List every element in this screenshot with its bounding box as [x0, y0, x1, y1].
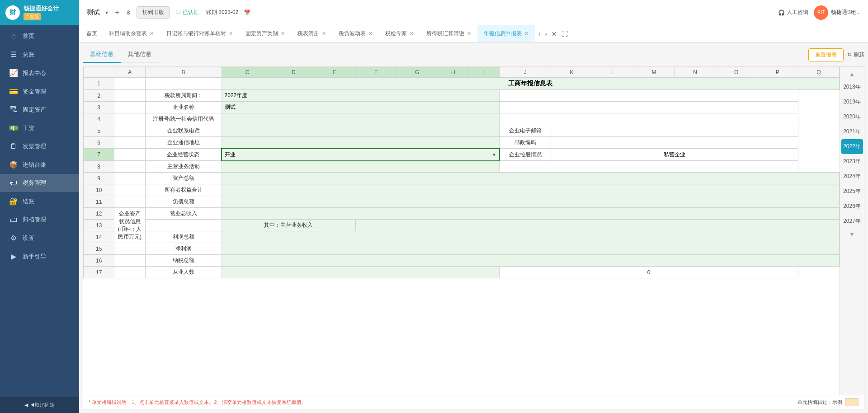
col-header-num	[84, 67, 114, 78]
col-header-I[interactable]: I	[469, 67, 500, 78]
subtab-other[interactable]: 其他信息	[121, 47, 159, 63]
topbar-settings-icon[interactable]: ⚙	[126, 9, 131, 16]
subtab-basic[interactable]: 基础信息	[83, 47, 121, 63]
tab-annual-report-close[interactable]: ✕	[524, 31, 528, 37]
sidebar-item-archive[interactable]: 🗃 归档管理	[0, 211, 79, 229]
tab-close-all-btn[interactable]: ✕	[550, 28, 559, 39]
refresh-btn[interactable]: ↻ 刷新	[847, 51, 864, 59]
col-header-K[interactable]: K	[551, 67, 592, 78]
year-item-2020[interactable]: 2020年	[841, 109, 863, 124]
tab-income-tax[interactable]: 所得税汇算清缴 ✕	[420, 25, 477, 43]
tab-expand-btn[interactable]: ⛶	[560, 28, 570, 39]
cert-icon: 🛡	[175, 9, 181, 16]
period-label: 账期 2023-02	[206, 9, 238, 16]
tab-prev-btn[interactable]: ‹	[537, 28, 542, 39]
tab-asset-type[interactable]: 固定资产类别 ✕	[239, 25, 291, 43]
year-item-2026[interactable]: 2026年	[841, 199, 863, 214]
subtab-bar: 基础信息 其他信息	[83, 47, 159, 63]
tab-tax-return-close[interactable]: ✕	[322, 31, 326, 37]
tab-journal[interactable]: 日记账与银行对账单核对 ✕	[160, 25, 239, 43]
sidebar-item-fund[interactable]: 💳 资金管理	[0, 82, 79, 101]
sidebar-item-settings[interactable]: ⚙ 设置	[0, 229, 79, 247]
spreadsheet-table-container[interactable]: A B C D E F G H I J	[83, 67, 840, 395]
fund-icon: 💳	[9, 87, 18, 96]
sidebar-item-report[interactable]: 📈 报表中心	[0, 64, 79, 82]
year-item-2022[interactable]: 2022年	[841, 139, 863, 154]
sidebar-item-closing[interactable]: 🔐 结账	[0, 192, 79, 211]
col-header-O[interactable]: O	[716, 67, 757, 78]
tab-journal-close[interactable]: ✕	[229, 31, 233, 37]
sidebar-item-tax[interactable]: 🏷 税务管理	[0, 174, 79, 192]
topbar-add-btn[interactable]: ＋	[113, 8, 121, 17]
tab-annual-report[interactable]: 年报信息申报表 ✕	[477, 25, 535, 43]
sidebar-item-guide[interactable]: ▶ 新手引导	[0, 247, 79, 266]
tab-tax-expert[interactable]: 税检专家 ✕	[379, 25, 420, 43]
col-header-A[interactable]: A	[114, 67, 145, 78]
col-header-M[interactable]: M	[633, 67, 675, 78]
table-row: 9 资产总额	[84, 173, 840, 184]
col-header-N[interactable]: N	[675, 67, 716, 78]
topbar-dropdown-icon[interactable]: ▾	[105, 9, 108, 16]
cell-title[interactable]: 工商年报信息表	[222, 78, 839, 90]
spreadsheet-inner: A B C D E F G H I J	[83, 67, 864, 395]
tab-aux[interactable]: 科目辅助余额表 ✕	[103, 25, 160, 43]
tax-icon: 🏷	[9, 179, 18, 187]
sidebar-item-ledger[interactable]: ☰ 总账	[0, 45, 79, 64]
col-header-G[interactable]: G	[396, 67, 438, 78]
collapse-icon: ◀	[24, 402, 28, 408]
example-cell	[845, 398, 859, 406]
sidebar-item-salary[interactable]: 💵 工资	[0, 119, 79, 137]
col-header-H[interactable]: H	[438, 67, 468, 78]
year-panel-up-btn[interactable]: ▲	[847, 69, 857, 80]
tab-tax-return[interactable]: 税表清册 ✕	[291, 25, 332, 43]
year-item-2027[interactable]: 2027年	[841, 214, 863, 229]
tab-tax-expert-close[interactable]: ✕	[410, 31, 414, 37]
col-header-D[interactable]: D	[273, 67, 314, 78]
calendar-icon[interactable]: 📅	[244, 9, 250, 16]
col-header-L[interactable]: L	[592, 67, 633, 78]
tab-aux-close[interactable]: ✕	[150, 31, 154, 37]
year-item-2025[interactable]: 2025年	[841, 184, 863, 199]
tab-tax-wave[interactable]: 税负波动表 ✕	[332, 25, 379, 43]
tab-asset-type-close[interactable]: ✕	[281, 31, 285, 37]
tab-home[interactable]: 首页	[81, 25, 103, 42]
col-header-P[interactable]: P	[757, 67, 798, 78]
table-row: 14 利润总额	[84, 231, 840, 243]
col-header-Q[interactable]: Q	[798, 67, 839, 78]
table-row: 7 企业经营状态 开业 ▼	[84, 149, 840, 161]
col-header-E[interactable]: E	[314, 67, 355, 78]
table-row: 5 企业联系电话 企业电子邮箱	[84, 125, 840, 137]
sidebar-item-home[interactable]: ⌂ 首页	[0, 27, 79, 45]
col-header-C[interactable]: C	[222, 67, 273, 78]
row-header-1: 1	[84, 78, 114, 90]
topbar: 测试 ▾ ＋ ⚙ 切到旧版 🛡 已认证 账期 2023-02 📅 🎧 人工咨询 …	[79, 0, 868, 25]
year-item-2024[interactable]: 2024年	[841, 169, 863, 184]
dropdown-business-status[interactable]: 开业 ▼	[225, 151, 496, 159]
user-menu[interactable]: RIT 畅捷通B组...	[814, 5, 861, 20]
sidebar-item-stock[interactable]: 📦 进销台账	[0, 155, 79, 174]
year-item-2023[interactable]: 2023年	[841, 154, 863, 169]
year-item-2018[interactable]: 2018年	[841, 80, 863, 94]
table-row: 2 税款所属期间： 2022年度	[84, 90, 840, 102]
col-header-J[interactable]: J	[500, 67, 551, 78]
year-item-2021[interactable]: 2021年	[841, 124, 863, 139]
avatar: RIT	[814, 5, 828, 20]
reset-btn[interactable]: 重置报表	[808, 48, 844, 61]
spreadsheet-wrapper: A B C D E F G H I J	[83, 66, 864, 409]
service-btn[interactable]: 🎧 人工咨询	[778, 9, 808, 16]
col-header-B[interactable]: B	[145, 67, 222, 78]
sidebar-item-invoice[interactable]: 🗒 发票管理	[0, 137, 79, 155]
old-version-btn[interactable]: 切到旧版	[137, 6, 170, 19]
tab-next-btn[interactable]: ›	[543, 28, 549, 39]
content-area: 基础信息 其他信息 重置报表 ↻ 刷新	[79, 43, 868, 413]
col-header-F[interactable]: F	[355, 67, 396, 78]
sidebar-nav: ⌂ 首页 ☰ 总账 📈 报表中心 💳 资金管理 🏗 固定资产 💵 工资 🗒 发票…	[0, 25, 79, 397]
tab-tax-wave-close[interactable]: ✕	[368, 31, 373, 37]
sidebar-collapse-btn[interactable]: ◀ ◀取消固定	[0, 397, 79, 413]
tab-income-tax-close[interactable]: ✕	[467, 31, 471, 37]
sidebar-item-asset[interactable]: 🏗 固定资产	[0, 101, 79, 119]
table-row: 10 所有者权益合计	[84, 184, 840, 196]
year-panel-down-btn[interactable]: ▼	[847, 229, 857, 239]
year-item-2019[interactable]: 2019年	[841, 94, 863, 109]
spreadsheet-table: A B C D E F G H I J	[83, 67, 840, 278]
